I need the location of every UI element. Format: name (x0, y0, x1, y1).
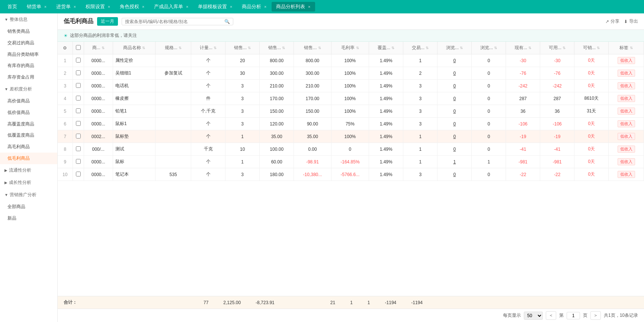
sidebar-section-marketing[interactable]: ▼ 营销推广分析 (0, 189, 57, 201)
close-purchase-icon[interactable]: × (74, 4, 76, 9)
close-analysis-icon[interactable]: × (264, 4, 266, 9)
browse1-link-8[interactable]: 1 (453, 159, 456, 165)
share-btn[interactable]: ↗ 分享 (605, 18, 619, 25)
select-all-checkbox[interactable] (76, 45, 81, 50)
row-browse1-2[interactable]: 0 (438, 80, 472, 92)
col-sellable[interactable]: 可销... ⇅ (574, 42, 609, 54)
row-check-3[interactable] (73, 92, 84, 105)
row-browse1-1[interactable]: 0 (438, 67, 472, 80)
prev-page-btn[interactable]: ＜ (546, 311, 556, 320)
sidebar-section-diff-analysis[interactable]: ▼ 差积度分析 (0, 83, 57, 95)
nav-role-auth[interactable]: 角色授权 × (115, 2, 149, 12)
row-browse1-6[interactable]: 0 (438, 130, 472, 143)
sidebar-section-growth[interactable]: ▶ 成长性分析 (0, 176, 57, 189)
sidebar-item-stock-goods[interactable]: 有库存的商品 (0, 60, 57, 71)
close-role-icon[interactable]: × (142, 4, 144, 9)
row-browse1-8[interactable]: 1 (438, 156, 472, 168)
close-sales-icon[interactable]: × (44, 4, 47, 9)
filter-recent-month-btn[interactable]: 近一月 (97, 17, 118, 26)
search-icon[interactable]: 🔍 (224, 19, 230, 24)
row-check-2[interactable] (73, 80, 84, 92)
row-check-7[interactable] (73, 143, 84, 156)
col-settings[interactable]: ⚙ (58, 42, 73, 54)
row-browse1-0[interactable]: 0 (438, 54, 472, 67)
close-auth-icon[interactable]: × (108, 4, 110, 9)
nav-analysis-list[interactable]: 商品分析列表 × (272, 2, 315, 12)
search-input[interactable] (125, 19, 223, 24)
col-trade[interactable]: 交易... ⇅ (403, 42, 438, 54)
nav-auth-settings[interactable]: 权限设置 × (81, 2, 115, 12)
col-browse1[interactable]: 浏览... ⇅ (438, 42, 472, 54)
col-checkbox[interactable] (73, 42, 84, 54)
sidebar-item-high-coverage[interactable]: 高覆盖度商品 (0, 118, 57, 130)
sidebar-item-new-goods[interactable]: 新品 (0, 213, 57, 224)
browse1-link-1[interactable]: 0 (453, 71, 456, 76)
sidebar-item-sales-goods[interactable]: 销售类商品 (0, 26, 57, 37)
close-analysis-list-icon[interactable]: × (308, 4, 310, 9)
row-checkbox-6[interactable] (76, 134, 81, 138)
col-tag[interactable]: 标签 ⇅ (609, 42, 644, 54)
sidebar-item-high-value[interactable]: 高价值商品 (0, 95, 57, 107)
col-gross-rate[interactable]: 毛利率 ⇅ (331, 42, 369, 54)
close-template-icon[interactable]: × (230, 4, 232, 9)
page-input[interactable] (567, 312, 580, 319)
col-qty[interactable]: 销售... ⇅ (225, 42, 260, 54)
sidebar-item-low-margin[interactable]: 低毛利商品 (0, 153, 57, 164)
sidebar-item-low-value[interactable]: 低价值商品 (0, 107, 57, 118)
row-browse1-7[interactable]: 0 (438, 143, 472, 156)
row-check-0[interactable] (73, 54, 84, 67)
row-check-9[interactable] (73, 168, 84, 181)
row-checkbox-8[interactable] (76, 159, 81, 164)
browse1-link-4[interactable]: 0 (453, 109, 456, 114)
col-name[interactable]: 商品名称 ⇅ (113, 42, 155, 54)
row-browse1-9[interactable]: 0 (438, 168, 472, 181)
browse1-link-5[interactable]: 0 (453, 121, 456, 127)
sidebar-item-low-coverage[interactable]: 低覆盖度商品 (0, 130, 57, 141)
row-browse1-5[interactable]: 0 (438, 118, 472, 130)
sidebar-section-circulation[interactable]: ▶ 流通性分析 (0, 164, 57, 176)
col-unit[interactable]: 计量... ⇅ (191, 42, 225, 54)
nav-sales[interactable]: 销货单 × (22, 2, 51, 12)
row-checkbox-2[interactable] (76, 83, 81, 88)
nav-template-settings[interactable]: 单据模板设置 × (193, 2, 237, 12)
row-checkbox-5[interactable] (76, 121, 81, 126)
col-browse2[interactable]: 浏览... ⇅ (472, 42, 506, 54)
row-checkbox-9[interactable] (76, 172, 81, 176)
row-check-5[interactable] (73, 118, 84, 130)
export-btn[interactable]: ⬇ 导出 (624, 18, 638, 25)
row-browse1-3[interactable]: 0 (438, 92, 472, 105)
sidebar-item-traded-goods[interactable]: 交易过的商品 (0, 37, 57, 49)
row-check-6[interactable] (73, 130, 84, 143)
browse1-link-2[interactable]: 0 (453, 83, 456, 89)
nav-product-analysis[interactable]: 商品分析 × (237, 2, 271, 12)
row-checkbox-1[interactable] (76, 70, 81, 75)
col-spec[interactable]: 规格... ⇅ (155, 42, 191, 54)
sidebar-section-overall[interactable]: ▼ 整体信息 (0, 13, 57, 26)
col-available[interactable]: 可用... ⇅ (540, 42, 574, 54)
row-checkbox-7[interactable] (76, 146, 81, 151)
row-check-4[interactable] (73, 105, 84, 118)
row-checkbox-4[interactable] (76, 108, 81, 113)
row-checkbox-3[interactable] (76, 96, 81, 101)
row-check-1[interactable] (73, 67, 84, 80)
nav-product-entry[interactable]: 产成品入库单 × (150, 2, 193, 12)
col-code[interactable]: 商... ⇅ (84, 42, 113, 54)
nav-purchase[interactable]: 进货单 × (52, 2, 80, 12)
sidebar-item-all-goods[interactable]: 全部商品 (0, 201, 57, 213)
browse1-link-9[interactable]: 0 (453, 172, 456, 177)
close-product-icon[interactable]: × (186, 4, 188, 9)
browse1-link-6[interactable]: 0 (453, 134, 456, 139)
browse1-link-0[interactable]: 0 (453, 58, 456, 63)
sidebar-item-stock-capital[interactable]: 库存资金占用 (0, 71, 57, 83)
sidebar-item-category-rate[interactable]: 商品分类助销率 (0, 49, 57, 60)
browse1-link-7[interactable]: 0 (453, 147, 456, 152)
row-check-8[interactable] (73, 156, 84, 168)
nav-home[interactable]: 首页 (3, 2, 22, 12)
col-current[interactable]: 现有... ⇅ (506, 42, 540, 54)
row-browse1-4[interactable]: 0 (438, 105, 472, 118)
row-checkbox-0[interactable] (76, 58, 81, 63)
browse1-link-3[interactable]: 0 (453, 96, 456, 101)
next-page-btn[interactable]: ＞ (590, 311, 601, 320)
col-sale-price[interactable]: 销售... ⇅ (260, 42, 294, 54)
page-size-select[interactable]: 50 10 20 100 (524, 312, 543, 320)
